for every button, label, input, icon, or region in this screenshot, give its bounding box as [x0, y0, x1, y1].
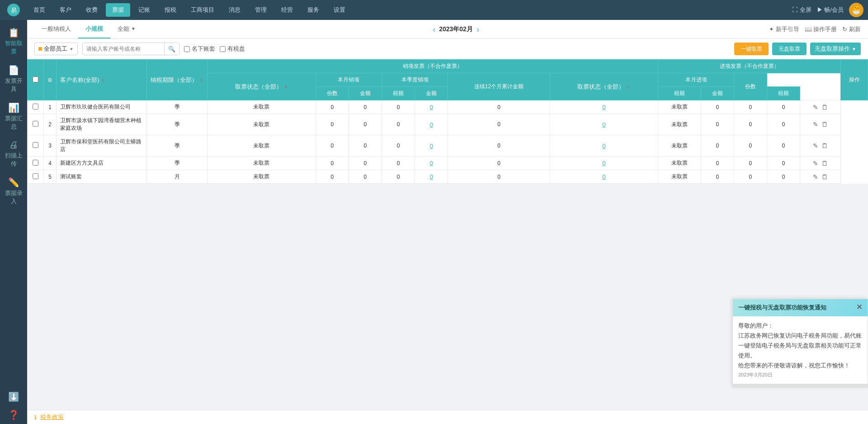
- notification-close-btn[interactable]: ✕: [856, 304, 862, 311]
- row-edit-5[interactable]: ✎: [813, 173, 818, 181]
- row-sq-amount-2[interactable]: 0: [415, 114, 448, 135]
- search-input[interactable]: [83, 46, 164, 52]
- row-name-5: 测试账套: [57, 170, 147, 184]
- row-p-copies-3: 0: [701, 135, 734, 157]
- row-p-tax-4: 0: [767, 157, 800, 170]
- row-sq-amount-5[interactable]: 0: [415, 170, 448, 184]
- tax-policy-link[interactable]: 税务政策: [40, 413, 64, 421]
- checkbox-has-disk[interactable]: 有税盘: [220, 45, 245, 53]
- nav-home[interactable]: 首页: [27, 3, 52, 17]
- tab-all[interactable]: 全能 ▼: [110, 20, 143, 38]
- nav-client[interactable]: 客户: [53, 3, 78, 17]
- sales-status-filter-icon[interactable]: ▼: [283, 85, 288, 90]
- checkbox-has-disk-input[interactable]: [220, 46, 226, 52]
- checkbox-own-account-input[interactable]: [184, 46, 190, 52]
- member-btn[interactable]: ▶ 畅/会员: [817, 6, 844, 14]
- row-detail-3[interactable]: 🗒: [821, 142, 828, 149]
- row-num-3: 3: [44, 135, 57, 157]
- th-settings-icon[interactable]: ⚙: [44, 60, 57, 100]
- row-edit-4[interactable]: ✎: [813, 160, 818, 167]
- sidebar-item-invoice-summary[interactable]: 📊 票据汇总: [1, 99, 26, 134]
- checkbox-own-account[interactable]: 名下账套: [184, 45, 215, 53]
- row-edit-2[interactable]: ✎: [813, 121, 818, 128]
- date-prev-btn[interactable]: ‹: [433, 25, 435, 33]
- client-name-filter-icon[interactable]: ▼: [101, 78, 105, 83]
- row-checkbox-3[interactable]: [28, 135, 44, 157]
- row-sq-amount-4[interactable]: 0: [415, 157, 448, 170]
- new-guide-btn[interactable]: ✦ 新手引导: [769, 25, 799, 33]
- sidebar-label-invoice-open: 发票开具: [3, 77, 24, 93]
- employee-select[interactable]: 全部员工 ▼: [34, 43, 78, 55]
- row-sq-amount-1[interactable]: 0: [415, 100, 448, 114]
- th-purchase-group: 进项发票（不合作废票）: [658, 60, 841, 73]
- nav-invoice[interactable]: 票据: [106, 3, 130, 17]
- nav-manage[interactable]: 管理: [249, 3, 273, 17]
- no-disk-ticket-btn[interactable]: 无盘取票: [772, 43, 807, 55]
- row-annual-1[interactable]: 0: [550, 100, 658, 114]
- row-annual-5[interactable]: 0: [550, 170, 658, 184]
- download-icon: ⬇️: [8, 391, 19, 402]
- row-checkbox-1[interactable]: [28, 100, 44, 114]
- row-detail-2[interactable]: 🗒: [821, 121, 828, 128]
- row-checkbox-5[interactable]: [28, 170, 44, 184]
- row-s-amount-4: 0: [349, 157, 382, 170]
- tab-all-dropdown-icon: ▼: [131, 26, 136, 31]
- row-edit-1[interactable]: ✎: [813, 104, 818, 111]
- row-checkbox-4[interactable]: [28, 157, 44, 170]
- nav-message[interactable]: 消息: [222, 3, 247, 17]
- period-filter-icon[interactable]: ▼: [199, 78, 203, 83]
- no-disk-op-btn[interactable]: 无盘取票操作 ▼: [810, 43, 861, 55]
- user-avatar[interactable]: 🐣: [849, 3, 863, 17]
- notification-title: 一键报税与无盘取票功能恢复通知: [738, 304, 826, 312]
- row-annual-4[interactable]: 0: [550, 157, 658, 170]
- sidebar-item-download[interactable]: ⬇️: [1, 388, 26, 406]
- th-p-tax: 税额: [767, 87, 800, 100]
- row-annual-2[interactable]: 0: [550, 114, 658, 135]
- row-sq-tax-4: 0: [448, 157, 550, 170]
- nav-fee[interactable]: 收费: [80, 3, 104, 17]
- scan-upload-icon: 🖨: [9, 140, 18, 150]
- th-monthly-sales: 本月销项: [316, 73, 382, 87]
- row-detail-1[interactable]: 🗒: [821, 104, 828, 111]
- one-click-ticket-btn[interactable]: 一键取票: [734, 43, 769, 55]
- row-period-2: 季: [147, 114, 208, 135]
- row-annual-3[interactable]: 0: [550, 135, 658, 157]
- nav-operation[interactable]: 经营: [275, 3, 299, 17]
- filter-actions: 一键取票 无盘取票 无盘取票操作 ▼: [734, 43, 861, 55]
- fullscreen-btn[interactable]: ⛶ 全屏: [792, 6, 811, 14]
- nav-business[interactable]: 工商项目: [184, 3, 221, 17]
- row-sales-status-4: 未取票: [208, 157, 316, 170]
- select-all-checkbox[interactable]: [33, 76, 38, 82]
- row-edit-3[interactable]: ✎: [813, 142, 818, 149]
- date-next-btn[interactable]: ›: [476, 25, 479, 33]
- sidebar-item-invoice-open[interactable]: 📄 发票开具: [1, 61, 26, 97]
- row-period-5: 月: [147, 170, 208, 184]
- nav-tax[interactable]: 报税: [158, 3, 183, 17]
- sidebar-item-smart-ticket[interactable]: 📋 智能取票: [1, 24, 26, 59]
- tab-small-scale[interactable]: 小规模: [78, 20, 110, 38]
- sidebar-item-ticket-entry[interactable]: ✏️ 票据录入: [1, 173, 26, 209]
- manual-btn[interactable]: 📖 操作手册: [805, 25, 837, 33]
- row-p-copies-2: 0: [701, 114, 734, 135]
- row-s-tax-2: 0: [382, 114, 415, 135]
- row-detail-4[interactable]: 🗒: [821, 160, 828, 167]
- notification-scrollbar[interactable]: [733, 384, 868, 387]
- bottom-bar: ℹ 税务政策: [27, 410, 868, 424]
- search-button[interactable]: 🔍: [164, 43, 179, 55]
- tab-general-taxpayer[interactable]: 一般纳税人: [34, 20, 78, 38]
- app-logo: 易: [5, 1, 23, 19]
- row-sq-tax-3: 0: [448, 135, 550, 157]
- nav-bookkeeping[interactable]: 记账: [132, 3, 156, 17]
- row-sq-amount-3[interactable]: 0: [415, 135, 448, 157]
- sidebar-item-scan-upload[interactable]: 🖨 扫描上传: [1, 136, 26, 172]
- row-detail-5[interactable]: 🗒: [821, 173, 828, 181]
- search-wrap: 🔍: [82, 43, 179, 55]
- sidebar-item-help[interactable]: ❓: [1, 406, 26, 424]
- refresh-btn[interactable]: ↻ 刷新: [842, 25, 861, 33]
- row-p-tax-5: 0: [767, 170, 800, 184]
- purchase-status-filter-icon[interactable]: ▼: [626, 85, 631, 90]
- row-p-copies-1: 0: [701, 100, 734, 114]
- nav-service[interactable]: 服务: [301, 3, 326, 17]
- nav-settings[interactable]: 设置: [327, 3, 352, 17]
- row-checkbox-2[interactable]: [28, 114, 44, 135]
